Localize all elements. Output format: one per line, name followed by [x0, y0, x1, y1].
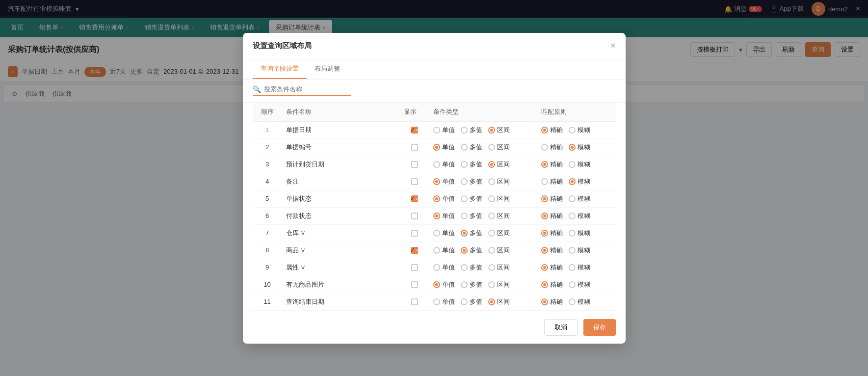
tab-query-fields[interactable]: 查询字段设置	[253, 59, 307, 79]
dialog-search-area: 🔍	[243, 80, 626, 103]
settings-dialog: 设置查询区域布局 × 查询字段设置 布局调整 🔍 顺序	[243, 33, 626, 107]
dialog-title: 设置查询区域布局	[253, 41, 312, 51]
dialog-close-button[interactable]: ×	[610, 41, 616, 51]
dialog-header: 设置查询区域布局 ×	[243, 33, 626, 59]
search-icon: 🔍	[253, 85, 261, 93]
search-input[interactable]	[264, 85, 351, 93]
settings-table: 顺序 条件名称 显示 条件类型 匹配原则 1单据日期✓单值多值区间精确模糊2单据…	[243, 103, 626, 107]
tab-query-fields-label: 查询字段设置	[261, 65, 299, 72]
tab-layout-adjust[interactable]: 布局调整	[307, 59, 348, 79]
tab-layout-adjust-label: 布局调整	[315, 65, 340, 72]
col-header-match-rule: 匹配原则	[537, 103, 616, 107]
col-header-display: 显示	[400, 103, 429, 107]
col-header-cond-type: 条件类型	[429, 103, 537, 107]
col-header-order: 顺序	[253, 103, 282, 107]
search-box: 🔍	[253, 85, 351, 96]
modal-overlay: 设置查询区域布局 × 查询字段设置 布局调整 🔍 顺序	[0, 0, 868, 107]
dialog-tabs: 查询字段设置 布局调整	[243, 59, 626, 80]
col-header-name: 条件名称	[282, 103, 400, 107]
